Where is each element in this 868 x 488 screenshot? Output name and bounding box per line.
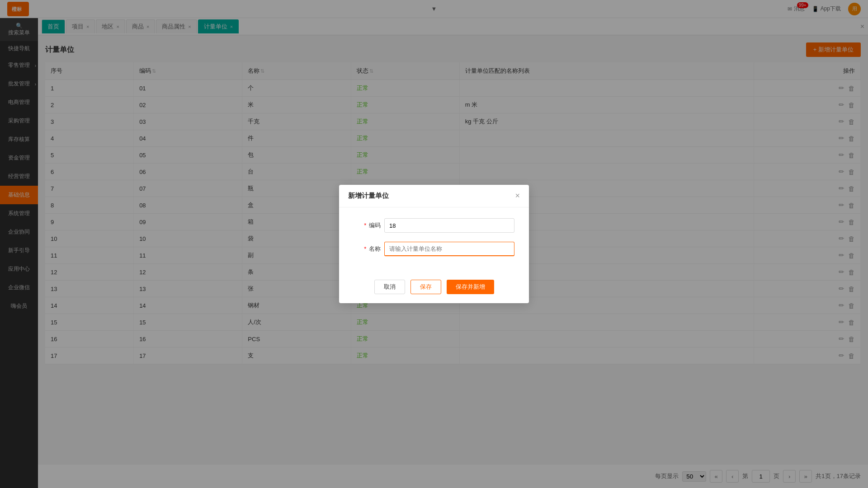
code-input[interactable] xyxy=(384,218,514,233)
name-label: * 名称 xyxy=(354,245,381,253)
modal-close-btn[interactable]: × xyxy=(515,191,520,201)
modal-header: 新增计量单位 × xyxy=(339,185,529,207)
add-unit-modal: 新增计量单位 × * 编码 * 名称 取消 保存 保存并新增 xyxy=(339,185,529,303)
name-input[interactable] xyxy=(384,242,514,256)
save-new-button[interactable]: 保存并新增 xyxy=(447,280,494,294)
code-label: * 编码 xyxy=(354,221,381,230)
cancel-button[interactable]: 取消 xyxy=(374,280,405,294)
form-row-name: * 名称 xyxy=(354,242,514,256)
form-row-code: * 编码 xyxy=(354,218,514,233)
modal-overlay[interactable]: 新增计量单位 × * 编码 * 名称 取消 保存 保存并新增 xyxy=(0,0,868,488)
modal-footer: 取消 保存 保存并新增 xyxy=(339,274,529,303)
modal-title: 新增计量单位 xyxy=(348,192,389,200)
modal-body: * 编码 * 名称 xyxy=(339,207,529,274)
save-button[interactable]: 保存 xyxy=(410,280,441,294)
